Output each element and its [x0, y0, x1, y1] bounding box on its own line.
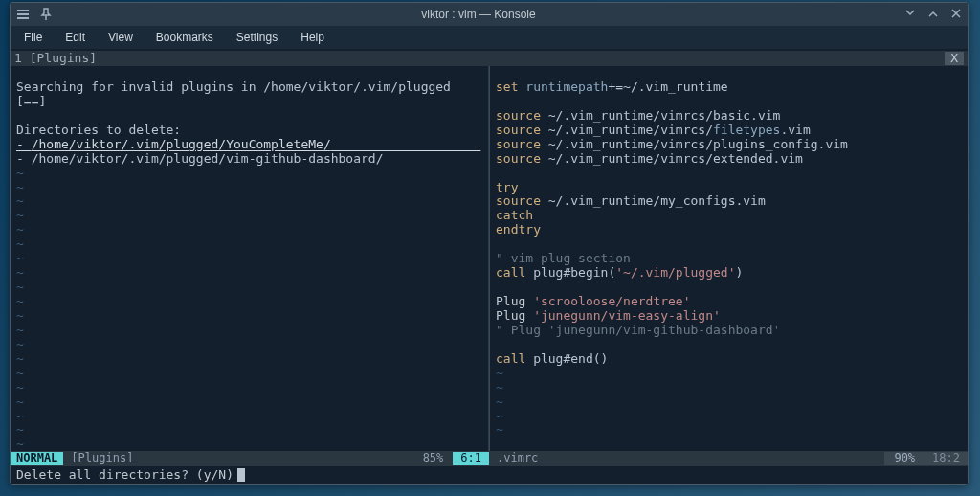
- tilde-line: ~: [16, 395, 24, 409]
- tilde-line: ~: [496, 380, 503, 395]
- left-line: Searching for invalid plugins in /home/v…: [16, 79, 451, 94]
- right-line: " vim-plug section: [496, 251, 631, 265]
- maximize-button[interactable]: [927, 8, 939, 22]
- vim-statusline: NORMAL [Plugins] 85% 6:1 .vimrc 90% 18:2: [11, 451, 968, 466]
- tilde-line: ~: [16, 337, 24, 351]
- menu-help[interactable]: Help: [301, 31, 324, 44]
- tilde-line: ~: [16, 237, 24, 251]
- right-pane[interactable]: set runtimepath+=~/.vim_runtime source ~…: [490, 66, 968, 451]
- app-menu-icon[interactable]: [16, 8, 30, 21]
- tilde-line: ~: [496, 422, 503, 437]
- right-line: source ~/.vim_runtime/vimrcs/plugins_con…: [496, 137, 848, 151]
- vim-cmdline[interactable]: Delete all directories? (y/N): [11, 466, 968, 484]
- menu-settings[interactable]: Settings: [236, 31, 278, 44]
- right-line: source ~/.vim_runtime/my_configs.vim: [496, 193, 766, 208]
- menu-edit[interactable]: Edit: [65, 31, 85, 44]
- status-right-pane: .vimrc 90% 18:2: [489, 451, 968, 466]
- window-title: viktor : vim — Konsole: [53, 8, 904, 21]
- tilde-line: ~: [16, 437, 24, 451]
- tilde-line: ~: [16, 351, 24, 366]
- left-pane[interactable]: Searching for invalid plugins in /home/v…: [11, 66, 489, 451]
- left-cursor-line: - /home/viktor/.vim/plugged/YouCompleteM…: [16, 137, 480, 151]
- left-line: Directories to delete:: [16, 123, 181, 137]
- right-line: try: [496, 180, 518, 194]
- tab-close-icon[interactable]: X: [945, 52, 964, 66]
- status-position-right: 18:2: [924, 452, 968, 465]
- tab-label[interactable]: 1 [Plugins]: [14, 52, 945, 66]
- tilde-line: ~: [16, 193, 24, 208]
- right-line: source ~/.vim_runtime/vimrcs/basic.vim: [496, 108, 780, 123]
- tilde-line: ~: [16, 265, 24, 280]
- right-line: Plug 'scrooloose/nerdtree': [496, 294, 691, 308]
- tilde-line: ~: [16, 422, 24, 437]
- tilde-line: ~: [16, 366, 24, 380]
- svg-rect-1: [17, 13, 29, 15]
- tilde-line: ~: [16, 323, 24, 337]
- status-left-pane: NORMAL [Plugins] 85% 6:1: [11, 451, 489, 466]
- tilde-line: ~: [16, 180, 24, 194]
- terminal-area[interactable]: 1 [Plugins] X Searching for invalid plug…: [11, 49, 968, 484]
- mode-indicator: NORMAL: [11, 452, 63, 465]
- right-line: source ~/.vim_runtime/vimrcs/extended.vi…: [496, 151, 803, 166]
- tilde-line: ~: [16, 294, 24, 308]
- minimize-button[interactable]: [904, 8, 916, 22]
- left-line: [==]: [16, 94, 46, 108]
- menu-view[interactable]: View: [108, 31, 133, 44]
- tilde-line: ~: [16, 208, 24, 222]
- cmdline-text: Delete all directories? (y/N): [16, 468, 234, 483]
- status-percent-right: 90%: [884, 452, 924, 465]
- titlebar[interactable]: viktor : vim — Konsole: [11, 3, 968, 26]
- vim-tabline: 1 [Plugins] X: [11, 51, 968, 66]
- cursor-icon: [237, 468, 245, 482]
- left-line: - /home/viktor/.vim/plugged/vim-github-d…: [16, 151, 384, 166]
- status-file-left: [Plugins]: [63, 452, 412, 465]
- tilde-line: ~: [16, 409, 24, 423]
- right-line: endtry: [496, 222, 541, 237]
- pin-icon[interactable]: [39, 8, 53, 21]
- tilde-line: ~: [496, 395, 503, 409]
- menubar: File Edit View Bookmarks Settings Help: [11, 26, 968, 49]
- right-line: catch: [496, 208, 533, 222]
- status-position-left: 6:1: [453, 452, 489, 465]
- vim-split-panes: Searching for invalid plugins in /home/v…: [11, 66, 968, 451]
- svg-rect-0: [17, 10, 29, 11]
- tilde-line: ~: [16, 166, 24, 180]
- konsole-window: viktor : vim — Konsole File Edit View Bo…: [10, 2, 969, 485]
- menu-file[interactable]: File: [24, 31, 42, 44]
- tilde-line: ~: [16, 280, 24, 294]
- tilde-line: ~: [496, 366, 503, 380]
- menu-bookmarks[interactable]: Bookmarks: [156, 31, 213, 44]
- status-percent-left: 85%: [413, 452, 454, 465]
- right-line: Plug 'junegunn/vim-easy-align': [496, 308, 721, 323]
- right-line: set runtimepath+=~/.vim_runtime: [496, 79, 728, 94]
- tilde-line: ~: [16, 222, 24, 237]
- status-file-right: .vimrc: [489, 452, 884, 465]
- right-line: call plug#end(): [496, 351, 608, 366]
- tilde-line: ~: [16, 251, 24, 265]
- close-button[interactable]: [950, 8, 962, 22]
- svg-rect-2: [17, 17, 29, 19]
- tilde-line: ~: [496, 409, 503, 423]
- right-line: source ~/.vim_runtime/vimrcs/filetypes.v…: [496, 123, 811, 137]
- tilde-line: ~: [16, 380, 24, 395]
- right-line: " Plug 'junegunn/vim-github-dashboard': [496, 323, 780, 337]
- right-line: call plug#begin('~/.vim/plugged'): [496, 265, 743, 280]
- tilde-line: ~: [16, 308, 24, 323]
